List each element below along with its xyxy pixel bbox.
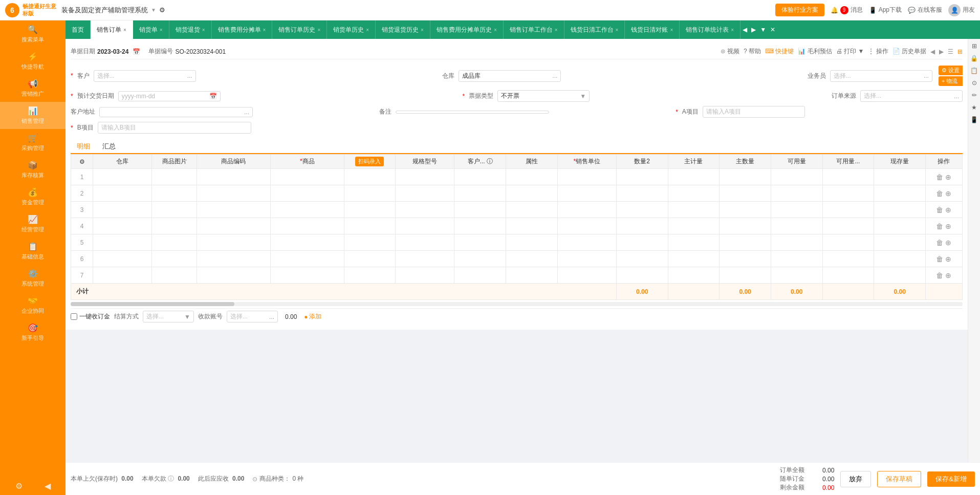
row-copy-icon[interactable]: ⊕ (945, 222, 951, 230)
help-btn[interactable]: ? 帮助 (744, 47, 761, 56)
tab-close-sales-invoice[interactable]: × (160, 27, 163, 33)
nav-tab-prev[interactable]: ◀ (741, 26, 749, 33)
row-copy-icon[interactable]: ⊕ (945, 271, 951, 279)
date-picker-icon[interactable]: 📅 (133, 48, 140, 55)
invoice-select[interactable]: 不开票 ▼ (497, 90, 590, 102)
sidebar-collapse-icon[interactable]: ◀ (45, 481, 51, 491)
row-delete-icon[interactable]: 🗑 (936, 189, 943, 198)
row-delete-icon[interactable]: 🗑 (936, 271, 943, 279)
row-copy-icon[interactable]: ⊕ (945, 255, 951, 263)
delivery-calendar-icon[interactable]: 📅 (209, 93, 217, 100)
business-input[interactable]: 选择... ... (830, 70, 932, 82)
tab-close-sales-expense-history[interactable]: × (494, 27, 497, 33)
customer-input[interactable]: 选择... ... (94, 70, 196, 82)
right-panel-icon-1[interactable]: ⊞ (969, 41, 979, 51)
scan-button[interactable]: 扫码录入 (355, 157, 384, 166)
tab-sales-invoice-history[interactable]: 销货单历史 × (327, 20, 376, 39)
nav-close-all[interactable]: ✕ (768, 26, 777, 33)
one-click-deposit-checkbox[interactable]: 一键收订金 (71, 312, 110, 321)
right-panel-icon-5[interactable]: ✏ (969, 90, 979, 100)
sidebar-item-navigation[interactable]: ⚡ 快捷导航 (0, 48, 66, 75)
tab-close-sales-order[interactable]: × (123, 27, 126, 33)
app-download-btn[interactable]: 📱 App下载 (869, 6, 902, 14)
remark-input[interactable] (396, 111, 549, 114)
tab-close-cash-goods-reconcile[interactable]: × (670, 27, 673, 33)
row-delete-icon[interactable]: 🗑 (936, 222, 943, 230)
system-dropdown[interactable]: ▼ (151, 7, 156, 13)
right-panel-icon-6[interactable]: ★ (969, 102, 979, 113)
settings-btn[interactable]: ⚙ 设置 (939, 66, 963, 75)
sidebar-item-system[interactable]: ⚙️ 系统管理 (0, 265, 66, 292)
notification-btn[interactable]: 🔔 9 消息 (831, 6, 863, 14)
order-source-input[interactable]: 选择... ... (860, 90, 963, 102)
tab-close-sales-invoice-history[interactable]: × (366, 27, 369, 33)
logistics-btn[interactable]: + 物流 (939, 76, 963, 86)
sidebar-item-cooperation[interactable]: 🤝 企业协同 (0, 292, 66, 319)
tab-close-sales-return-history[interactable]: × (421, 27, 424, 33)
tab-home[interactable]: 首页 (66, 20, 91, 39)
address-input[interactable]: ... (99, 107, 253, 117)
warehouse-input[interactable]: 成品库 ... (459, 70, 561, 82)
sidebar-item-search[interactable]: 🔍 搜索菜单 (0, 20, 66, 48)
tab-close-sales-order-history[interactable]: × (317, 27, 320, 33)
tab-sales-order[interactable]: 销售订单 × (91, 20, 133, 39)
right-panel-icon-2[interactable]: 🔒 (969, 53, 979, 63)
sidebar-item-operations[interactable]: 📈 经营管理 (0, 210, 66, 238)
sidebar-item-marketing[interactable]: 📢 营销推广 (0, 75, 66, 102)
project-a-input[interactable]: 请输入A项目 (703, 106, 805, 118)
tab-close-sales-order-stats[interactable]: × (731, 27, 734, 33)
nav-next-icon[interactable]: ▶ (939, 48, 944, 55)
right-panel-icon-4[interactable]: ⊙ (969, 78, 979, 88)
nav-prev-icon[interactable]: ◀ (930, 48, 935, 55)
tab-close-sales-workbench[interactable]: × (555, 27, 558, 33)
grid-view-icon[interactable]: ⊞ (957, 48, 963, 55)
tab-sales-expense[interactable]: 销售费用分摊单 × (212, 20, 273, 39)
tab-sales-expense-history[interactable]: 销售费用分摊单历史 × (430, 20, 504, 39)
row-copy-icon[interactable]: ⊕ (945, 189, 951, 198)
history-btn[interactable]: 📄 历史单据 (892, 47, 926, 56)
add-payment-btn[interactable]: ● 添加 (304, 312, 321, 321)
tab-detail[interactable]: 明细 (71, 140, 96, 154)
tab-cash-goods-workbench[interactable]: 钱货日清工作台 × (564, 20, 625, 39)
tab-sales-order-stats[interactable]: 销售订单统计表 × (680, 20, 741, 39)
discard-button[interactable]: 放弃 (840, 471, 871, 487)
tab-cash-goods-reconcile[interactable]: 钱货日清对账 × (625, 20, 680, 39)
row-copy-icon[interactable]: ⊕ (945, 239, 951, 247)
right-panel-icon-3[interactable]: 📋 (969, 66, 979, 76)
tab-sales-return-history[interactable]: 销货退货历史 × (376, 20, 430, 39)
row-delete-icon[interactable]: 🗑 (936, 239, 943, 247)
delivery-date-input[interactable]: yyyy-mm-dd 📅 (118, 91, 221, 101)
shortcut-btn[interactable]: ⌨ 快捷键 (765, 47, 794, 56)
video-btn[interactable]: ⊙ 视频 (721, 47, 739, 56)
tab-sales-order-history[interactable]: 销售订单历史 × (272, 20, 327, 39)
sidebar-item-sales[interactable]: 📊 销售管理 (0, 102, 66, 129)
tab-close-sales-expense[interactable]: × (263, 27, 266, 33)
save-draft-button[interactable]: 保存草稿 (877, 471, 921, 487)
system-settings-icon[interactable]: ⚙ (159, 6, 165, 14)
right-panel-icon-7[interactable]: 📱 (969, 115, 979, 125)
list-view-icon[interactable]: ☰ (948, 48, 953, 55)
sidebar-item-basic-info[interactable]: 📋 基础信息 (0, 238, 66, 265)
tab-sales-workbench[interactable]: 销售订单工作台 × (504, 20, 564, 39)
nav-tab-next[interactable]: ▶ (749, 26, 758, 33)
row-delete-icon[interactable]: 🗑 (936, 206, 943, 214)
user-btn[interactable]: 👤 用友 (948, 4, 975, 16)
operation-btn[interactable]: ⋮ 操作 (868, 47, 888, 56)
one-click-deposit-check[interactable] (71, 313, 77, 320)
sidebar-item-guide[interactable]: 🎯 新手引导 (0, 319, 66, 346)
save-new-button[interactable]: 保存&新增 (927, 471, 975, 487)
tab-close-sales-return[interactable]: × (202, 27, 205, 33)
industry-btn[interactable]: 体验行业方案 (775, 4, 824, 16)
col-scan[interactable]: 扫码录入 (344, 155, 396, 169)
row-copy-icon[interactable]: ⊕ (945, 206, 951, 214)
online-service-btn[interactable]: 💬 在线客服 (908, 6, 942, 14)
row-delete-icon[interactable]: 🗑 (936, 173, 943, 181)
payment-method-select[interactable]: 选择... ▼ (143, 311, 194, 322)
print-btn[interactable]: 🖨 打印 ▼ (836, 47, 864, 56)
sidebar-item-finance[interactable]: 💰 资金管理 (0, 183, 66, 210)
tab-sales-return[interactable]: 销货退货 × (169, 20, 212, 39)
sidebar-item-inventory[interactable]: 📦 库存核算 (0, 156, 66, 183)
project-b-input[interactable]: 请输入B项目 (98, 122, 251, 134)
horizontal-scrollbar[interactable] (71, 302, 963, 306)
sidebar-settings-icon[interactable]: ⚙ (15, 481, 23, 491)
